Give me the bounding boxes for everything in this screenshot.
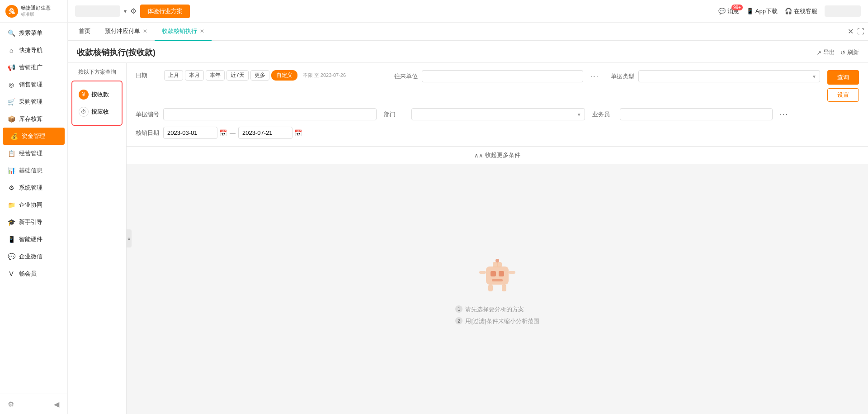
- sidebar-item-基础信息[interactable]: 📊 基础信息: [0, 162, 67, 179]
- svg-rect-7: [479, 271, 486, 274]
- svg-rect-0: [486, 266, 509, 285]
- sidebar-item-销售管理[interactable]: ◎ 销售管理: [0, 76, 67, 93]
- logo-icon: 兔: [5, 5, 18, 18]
- sidebar-icon: 📦: [7, 115, 15, 123]
- tab-writeoff[interactable]: 收款核销执行 ✕: [155, 23, 212, 41]
- date-btn-this-year[interactable]: 本年: [206, 70, 225, 81]
- sidebar-label: 新手引导: [19, 218, 42, 226]
- writeoff-end-cal-icon[interactable]: 📅: [294, 129, 302, 137]
- settings-icon[interactable]: ⚙: [5, 399, 16, 409]
- svg-rect-2: [499, 271, 504, 276]
- page-actions: ↗ 导出 ↺ 刷新: [816, 48, 859, 57]
- date-buttons: 上月 本月 本年 近7天 更多 自定义: [164, 70, 297, 81]
- empty-robot-illustration: [475, 253, 520, 298]
- sidebar-item-智能硬件[interactable]: 📱 智能硬件: [0, 231, 67, 248]
- refresh-button[interactable]: ↺ 刷新: [840, 48, 859, 57]
- export-label: 导出: [823, 48, 835, 57]
- date-btn-last-month[interactable]: 上月: [164, 70, 183, 81]
- sidebar-label: 企业协同: [19, 201, 42, 209]
- dept-label: 部门: [384, 110, 409, 119]
- doc-type-select[interactable]: [638, 70, 820, 82]
- empty-tips: 1 请先选择要分析的方案 2 用[过滤]条件来缩小分析范围: [455, 305, 539, 325]
- sidebar-item-畅会员[interactable]: V 畅会员: [0, 265, 67, 282]
- svg-rect-1: [491, 271, 496, 276]
- tab-expand-icon[interactable]: ⛶: [857, 28, 864, 36]
- tab-prepay-label: 预付冲应付单: [105, 27, 140, 35]
- employee-input[interactable]: [620, 108, 773, 120]
- sidebar-icon: 🎓: [7, 218, 15, 226]
- content-area: 按以下方案查询 ¥ 按收款 ⏱ 按应收 « 日期: [68, 63, 868, 414]
- filter-by-receipt[interactable]: ¥ 按收款: [76, 86, 118, 103]
- date-btn-this-month[interactable]: 本月: [185, 70, 204, 81]
- empty-tip-1: 1 请先选择要分析的方案: [455, 305, 539, 314]
- query-button[interactable]: 查询: [827, 70, 859, 85]
- employee-dots-button[interactable]: ···: [775, 109, 793, 120]
- user-avatar[interactable]: [825, 5, 861, 17]
- message-action[interactable]: 💬 消息 99+: [718, 7, 739, 15]
- sidebar-label: 搜索菜单: [19, 29, 42, 37]
- setting-button[interactable]: 设置: [827, 88, 859, 102]
- sidebar-icon: 📱: [7, 235, 15, 243]
- sidebar-item-营销推广[interactable]: 📢 营销推广: [0, 59, 67, 76]
- top-bar-right: 💬 消息 99+ 📱 App下载 🎧 在线客服: [718, 5, 861, 17]
- dept-select[interactable]: [411, 108, 585, 120]
- sidebar-item-快捷导航[interactable]: ⌂ 快捷导航: [0, 42, 67, 59]
- settings-gear-icon[interactable]: ⚙: [130, 7, 137, 15]
- sidebar-icon: 📢: [7, 63, 15, 71]
- sidebar-item-系统管理[interactable]: ⚙ 系统管理: [0, 179, 67, 196]
- app-download-action[interactable]: 📱 App下载: [746, 7, 778, 15]
- svg-point-6: [495, 259, 499, 262]
- sidebar-item-经营管理[interactable]: 📋 经营管理: [0, 145, 67, 162]
- sidebar-item-采购管理[interactable]: 🛒 采购管理: [0, 93, 67, 110]
- sidebar-label: 企业微信: [19, 252, 42, 261]
- filter-receivable-label: 按应收: [91, 108, 109, 116]
- doc-number-input[interactable]: [163, 108, 377, 120]
- tab-prepay-close-icon[interactable]: ✕: [143, 28, 147, 34]
- sidebar-item-企业协同[interactable]: 📁 企业协同: [0, 196, 67, 214]
- date-btn-7days[interactable]: 近7天: [226, 70, 249, 81]
- tab-bar: 首页 预付冲应付单 ✕ 收款核销执行 ✕ ✕ ⛶: [68, 23, 868, 41]
- sidebar-item-资金管理[interactable]: 💰 资金管理: [3, 128, 65, 145]
- sidebar-label: 智能硬件: [19, 235, 42, 243]
- sidebar-item-企业微信[interactable]: 💬 企业微信: [0, 248, 67, 265]
- date-separator: —: [230, 129, 236, 136]
- tab-close-all-icon[interactable]: ✕: [848, 27, 854, 36]
- svg-rect-8: [509, 271, 515, 274]
- empty-tip-2: 2 用[过滤]条件来缩小分析范围: [455, 317, 539, 325]
- message-badge: 99+: [731, 5, 743, 10]
- filter-by-receivable[interactable]: ⏱ 按应收: [76, 103, 118, 120]
- tab-writeoff-close-icon[interactable]: ✕: [200, 28, 204, 34]
- sidebar-label: 经营管理: [19, 149, 42, 157]
- sidebar-label: 基础信息: [19, 167, 42, 175]
- date-range-display: 不限 至 2023-07-26: [303, 72, 346, 79]
- tab-prepay[interactable]: 预付冲应付单 ✕: [98, 23, 155, 41]
- brand-selector[interactable]: [75, 5, 120, 17]
- collapse-sidebar-icon[interactable]: ◀: [51, 399, 62, 409]
- refresh-icon: ↺: [840, 49, 845, 56]
- date-btn-more[interactable]: 更多: [250, 70, 269, 81]
- writeoff-date-start-input[interactable]: [163, 127, 217, 139]
- app-label: App下载: [755, 7, 778, 15]
- solution-button[interactable]: 体验行业方案: [140, 5, 190, 18]
- filter-collapse-icon[interactable]: «: [126, 229, 132, 247]
- brand-dropdown-icon[interactable]: ▾: [124, 8, 127, 14]
- counterpart-dots-button[interactable]: ···: [586, 71, 604, 82]
- query-area: 日期 上月 本月 本年 近7天 更多 自定义 不限 至 2023-07-26 往…: [127, 63, 868, 414]
- headset-icon: 🎧: [785, 8, 792, 14]
- counterpart-input[interactable]: [422, 70, 583, 82]
- sidebar-label: 营销推广: [19, 63, 42, 71]
- page-header: 收款核销执行(按收款) ↗ 导出 ↺ 刷新: [68, 41, 868, 63]
- tab-home[interactable]: 首页: [71, 23, 98, 41]
- query-form: 日期 上月 本月 本年 近7天 更多 自定义 不限 至 2023-07-26 往…: [127, 63, 868, 147]
- sidebar-icon: ⌂: [7, 46, 15, 54]
- writeoff-start-cal-icon[interactable]: 📅: [219, 129, 227, 137]
- sidebar-item-搜索菜单[interactable]: 🔍 搜索菜单: [0, 24, 67, 42]
- collapse-conditions-button[interactable]: ∧∧ 收起更多条件: [127, 147, 868, 164]
- export-button[interactable]: ↗ 导出: [816, 48, 835, 57]
- writeoff-date-end-input[interactable]: [238, 127, 292, 139]
- online-service-action[interactable]: 🎧 在线客服: [785, 7, 817, 15]
- date-btn-custom[interactable]: 自定义: [271, 70, 297, 81]
- brand-sub: 标准版: [21, 11, 51, 18]
- sidebar-item-库存核算[interactable]: 📦 库存核算: [0, 110, 67, 128]
- sidebar-item-新手引导[interactable]: 🎓 新手引导: [0, 214, 67, 231]
